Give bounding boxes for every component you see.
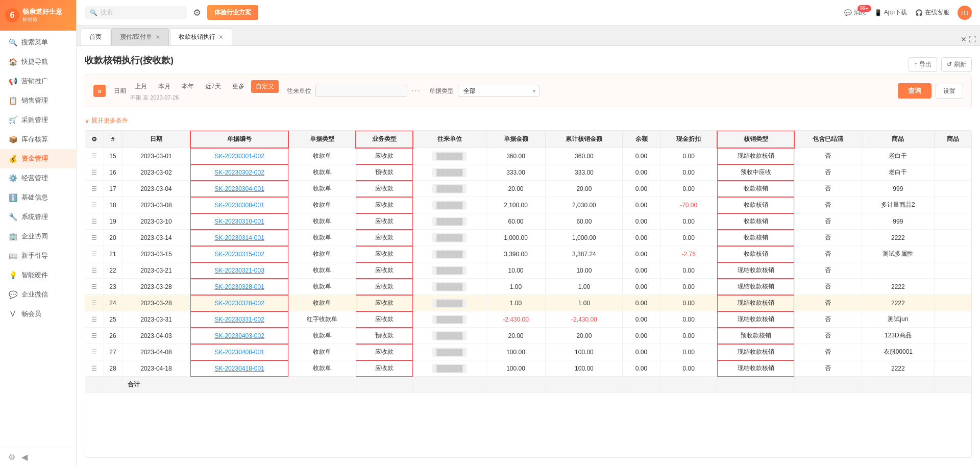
- sidebar-item-sys-mgmt[interactable]: 🔧 系统管理: [0, 207, 76, 227]
- cell-verify-type: 收款核销: [717, 197, 794, 213]
- cell-bill-no[interactable]: SK-20230331-002: [190, 311, 288, 328]
- expand-more-button[interactable]: ∨ 展开更多条件: [85, 116, 972, 125]
- bill-no-link[interactable]: SK-20230308-001: [214, 202, 264, 209]
- tab-advance-pay-close-icon[interactable]: ✕: [155, 34, 160, 41]
- cell-bill-no[interactable]: SK-20230302-002: [190, 164, 288, 181]
- cell-gear[interactable]: ☰: [85, 344, 104, 360]
- message-badge: 99+: [857, 5, 871, 12]
- cell-gear[interactable]: ☰: [85, 360, 104, 377]
- bill-no-link[interactable]: SK-20230418-001: [214, 365, 264, 372]
- cell-bill-no[interactable]: SK-20230301-002: [190, 148, 288, 164]
- cell-bill-no[interactable]: SK-20230310-001: [190, 213, 288, 230]
- bill-no-link[interactable]: SK-20230408-001: [214, 349, 264, 356]
- cell-gear[interactable]: ☰: [85, 197, 104, 213]
- cell-bill-no[interactable]: SK-20230418-001: [190, 360, 288, 377]
- cell-include-cleared: 否: [794, 230, 862, 246]
- topbar-gear-icon[interactable]: ⚙: [193, 7, 201, 18]
- bill-no-link[interactable]: SK-20230403-002: [214, 332, 264, 339]
- solution-button[interactable]: 体验行业方案: [207, 5, 258, 20]
- cell-gear[interactable]: ☰: [85, 311, 104, 328]
- cell-bill-no[interactable]: SK-20230328-001: [190, 279, 288, 295]
- bill-no-link[interactable]: SK-20230304-001: [214, 185, 264, 192]
- bill-no-link[interactable]: SK-20230314-001: [214, 234, 264, 241]
- cell-gear[interactable]: ☰: [85, 181, 104, 197]
- last-month-button[interactable]: 上月: [130, 80, 152, 93]
- message-button[interactable]: 💬 消息 99+: [844, 8, 866, 17]
- sidebar-item-member[interactable]: V 畅会员: [0, 304, 76, 324]
- cell-bill-no[interactable]: SK-20230403-002: [190, 328, 288, 344]
- tab-expand-button[interactable]: ⛶: [969, 35, 976, 43]
- cell-gear[interactable]: ☰: [85, 230, 104, 246]
- export-button[interactable]: ↑ 导出: [909, 57, 937, 72]
- tab-home[interactable]: 首页: [81, 28, 110, 45]
- cell-bill-no[interactable]: SK-20230321-003: [190, 262, 288, 279]
- cell-bill-no[interactable]: SK-20230304-001: [190, 181, 288, 197]
- sidebar-item-quick-nav[interactable]: 🏠 快捷导航: [0, 52, 76, 71]
- partner-filter-dots[interactable]: ···: [411, 86, 421, 95]
- user-avatar[interactable]: Rit: [958, 6, 972, 20]
- tab-collection-verify-close-icon[interactable]: ✕: [218, 34, 224, 41]
- cell-gear[interactable]: ☰: [85, 213, 104, 230]
- bill-no-link[interactable]: SK-20230310-001: [214, 218, 264, 225]
- sidebar-item-search-menu[interactable]: 🔍 搜索菜单: [0, 33, 76, 52]
- this-month-button[interactable]: 本月: [154, 80, 175, 93]
- sidebar-item-wechat[interactable]: 💬 企业微信: [0, 285, 76, 304]
- sidebar-item-smart-hw[interactable]: 💡 智能硬件: [0, 265, 76, 285]
- sidebar-item-inventory[interactable]: 📦 库存核算: [0, 130, 76, 149]
- bill-no-link[interactable]: SK-20230302-002: [214, 169, 264, 176]
- cell-bill-no[interactable]: SK-20230408-001: [190, 344, 288, 360]
- cell-biz-type: 应收款: [356, 360, 413, 377]
- tab-advance-pay[interactable]: 预付/应付单 ✕: [111, 28, 169, 45]
- cell-partner: ██████: [413, 295, 486, 311]
- cell-bill-no[interactable]: SK-20230308-001: [190, 197, 288, 213]
- cell-gear[interactable]: ☰: [85, 246, 104, 262]
- col-partner: 往来单位: [413, 131, 486, 148]
- tab-collection-verify[interactable]: 收款核销执行 ✕: [170, 28, 232, 45]
- filter-settings-button[interactable]: 设置: [936, 84, 963, 99]
- sidebar-item-ops-mgmt[interactable]: ⚙️ 经营管理: [0, 168, 76, 188]
- bill-no-link[interactable]: SK-20230328-001: [214, 283, 264, 290]
- partner-filter-input[interactable]: [315, 85, 407, 97]
- app-download-button[interactable]: 📱 App下载: [874, 8, 907, 17]
- more-date-button[interactable]: 更多: [228, 80, 249, 93]
- cell-gear[interactable]: ☰: [85, 262, 104, 279]
- collapse-icon[interactable]: ◀: [21, 452, 28, 462]
- filter-partner-group: 往来单位 ···: [287, 85, 421, 97]
- query-button[interactable]: 查询: [898, 83, 932, 99]
- cell-gear[interactable]: ☰: [85, 279, 104, 295]
- footer-biz-type: [356, 377, 413, 393]
- fund-mgmt-nav-icon: 💰: [8, 155, 17, 163]
- col-gear[interactable]: ⚙: [85, 131, 104, 148]
- sidebar-item-fund-mgmt[interactable]: 💰 资金管理: [0, 149, 76, 168]
- cell-gear[interactable]: ☰: [85, 295, 104, 311]
- topbar-search[interactable]: 🔍 搜索: [85, 6, 187, 19]
- bill-no-link[interactable]: SK-20230331-002: [214, 316, 264, 323]
- cell-gear[interactable]: ☰: [85, 328, 104, 344]
- sidebar-item-marketing[interactable]: 📢 营销推广: [0, 71, 76, 91]
- bill-no-link[interactable]: SK-20230328-002: [214, 300, 264, 307]
- settings-icon[interactable]: ⚙: [8, 452, 15, 462]
- cell-bill-no[interactable]: SK-20230314-001: [190, 230, 288, 246]
- page-title: 收款核销执行(按收款): [85, 54, 174, 66]
- sidebar-item-basic-info[interactable]: ℹ️ 基础信息: [0, 188, 76, 207]
- sidebar-item-sales-mgmt[interactable]: 📋 销售管理: [0, 91, 76, 110]
- cell-gear[interactable]: ☰: [85, 164, 104, 181]
- refresh-button[interactable]: ↺ 刷新: [941, 57, 972, 72]
- bill-no-link[interactable]: SK-20230315-002: [214, 251, 264, 258]
- sidebar-item-guide[interactable]: 📖 新手引导: [0, 246, 76, 265]
- filter-toggle-button[interactable]: »: [93, 85, 106, 97]
- bill-no-link[interactable]: SK-20230321-003: [214, 267, 264, 274]
- sidebar-item-purchase-mgmt[interactable]: 🛒 采购管理: [0, 110, 76, 130]
- sidebar-item-enterprise[interactable]: 🏢 企业协同: [0, 227, 76, 246]
- tab-close-all-button[interactable]: ✕: [961, 35, 967, 43]
- custom-date-button[interactable]: 自定义: [251, 80, 279, 93]
- last-7days-button[interactable]: 近7天: [201, 80, 226, 93]
- this-year-button[interactable]: 本年: [177, 80, 199, 93]
- online-service-button[interactable]: 🎧 在线客服: [915, 8, 949, 17]
- bill-type-select[interactable]: 全部: [458, 85, 540, 97]
- cell-bill-no[interactable]: SK-20230315-002: [190, 246, 288, 262]
- bill-no-link[interactable]: SK-20230301-002: [214, 153, 264, 160]
- cell-bill-no[interactable]: SK-20230328-002: [190, 295, 288, 311]
- table-row: ☰ 16 2023-03-02 SK-20230302-002 收款单 预收款 …: [85, 164, 971, 181]
- cell-gear[interactable]: ☰: [85, 148, 104, 164]
